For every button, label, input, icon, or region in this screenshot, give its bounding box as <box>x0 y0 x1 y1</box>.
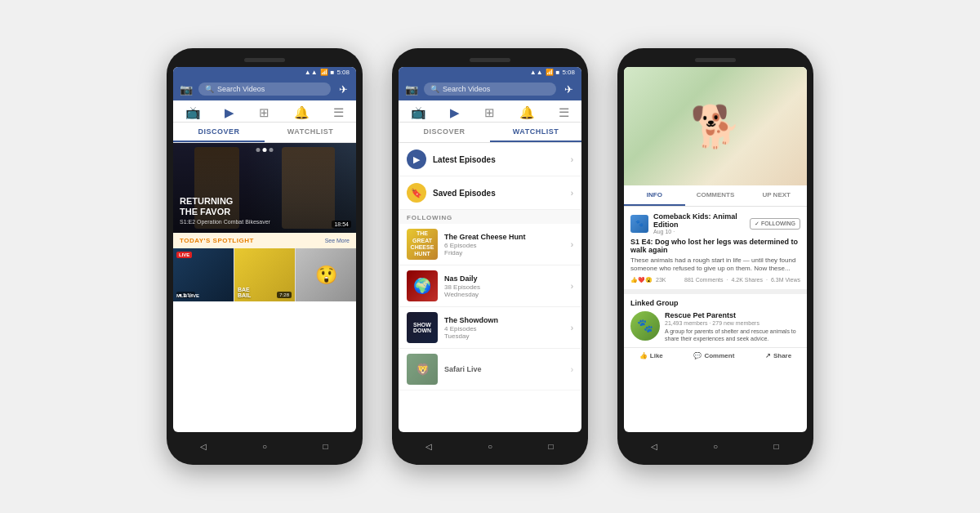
like-btn-3[interactable]: 👍 Like <box>639 352 663 359</box>
nav-grid-1[interactable]: ⊞ <box>259 105 270 120</box>
tab-info[interactable]: INFO <box>624 185 685 206</box>
show-row-safari[interactable]: 🦁 Safari Live › <box>399 349 581 390</box>
nav-grid-2[interactable]: ⊞ <box>484 105 495 120</box>
show-name-date: Comeback Kids: Animal Edition Aug 10 · <box>653 212 745 234</box>
cheese-chevron: › <box>571 240 573 249</box>
speaker-3 <box>695 58 736 62</box>
show-row-cheese[interactable]: THEGREATCHEESEHUNT The Great Cheese Hunt… <box>399 224 581 265</box>
messenger-icon-1[interactable]: ✈ <box>335 81 351 97</box>
bail-duration: 7:28 <box>277 292 292 298</box>
share-btn-3[interactable]: ↗ Share <box>765 352 791 359</box>
spotlight-cell-misc[interactable]: 😲 <box>296 248 356 301</box>
tab-comments[interactable]: COMMENTS <box>685 185 746 206</box>
screen-3: 🐕 INFO COMMENTS UP NEXT 🐾 Comeback Kids:… <box>624 67 807 432</box>
see-more-1[interactable]: See More <box>325 238 350 243</box>
fb-header-1: 📷 🔍 Search Videos ✈ <box>173 78 356 100</box>
saved-icon: 🔖 <box>407 183 426 203</box>
cheese-thumb-art: THEGREATCHEESEHUNT <box>407 229 438 260</box>
search-bar-1[interactable]: 🔍 Search Videos <box>198 83 331 96</box>
back-btn-2[interactable]: ◁ <box>421 439 436 453</box>
show-row-nas[interactable]: 🌍 Nas Daily 38 Episodes Wednesday › <box>399 265 581 307</box>
comment-btn-3[interactable]: 💬 Comment <box>693 352 734 359</box>
tab-up-next[interactable]: UP NEXT <box>746 185 807 206</box>
recents-btn-2[interactable]: □ <box>544 439 559 453</box>
latest-episodes-row[interactable]: ▶ Latest Episodes › <box>399 143 581 176</box>
reaction-icons-3: 👍❤️😮 <box>630 277 653 283</box>
tab-bar-2: DISCOVER WATCHLIST <box>399 123 581 143</box>
back-btn-1[interactable]: ◁ <box>196 439 211 453</box>
latest-episodes-left: ▶ Latest Episodes <box>407 149 496 169</box>
group-avatar-3: 🐾 <box>630 311 660 341</box>
time-1: 5:08 <box>336 69 350 76</box>
phone-1: ▲▲ 📶 ■ 5:08 📷 🔍 Search Videos ✈ 📺 ▶ ⊞ 🔔 <box>167 48 363 465</box>
tab-watchlist-1[interactable]: WATCHLIST <box>265 123 356 142</box>
nav-bell-2[interactable]: 🔔 <box>519 105 535 120</box>
dot-2 <box>263 148 267 152</box>
saved-episodes-row[interactable]: 🔖 Saved Episodes › <box>399 176 581 210</box>
share-icon-3: ↗ <box>765 352 771 359</box>
show-avatar-3: 🐾 <box>630 215 648 233</box>
status-bar-2: ▲▲ 📶 ■ 5:08 <box>399 67 581 78</box>
scene: ▲▲ 📶 ■ 5:08 📷 🔍 Search Videos ✈ 📺 ▶ ⊞ 🔔 <box>0 0 980 513</box>
home-btn-1[interactable]: ○ <box>257 439 272 453</box>
episode-title-3: S1 E4: Dog who lost her legs was determi… <box>630 238 800 254</box>
dot-sep2-3: · <box>766 277 768 283</box>
nav-menu-2[interactable]: ☰ <box>559 105 569 120</box>
spotlight-cell-bae[interactable]: BAEBAIL 7:28 <box>234 248 295 301</box>
nav-play-2[interactable]: ▶ <box>450 105 460 120</box>
home-btn-2[interactable]: ○ <box>483 439 497 453</box>
latest-chevron: › <box>571 155 573 164</box>
battery-icon-2: ■ <box>556 69 560 76</box>
spotlight-header-1: TODAY'S SPOTLIGHT See More <box>173 233 356 248</box>
like-icon-3: 👍 <box>639 352 648 359</box>
linked-label-3: Linked Group <box>630 299 800 307</box>
spotlight-cell-live[interactable]: LIVE ● 5.5k MLB LIVE <box>173 248 234 301</box>
cheese-info: The Great Cheese Hunt 6 Episodes Friday <box>444 233 564 256</box>
tab-discover-1[interactable]: DISCOVER <box>173 123 265 142</box>
tab-watchlist-2[interactable]: WATCHLIST <box>490 123 581 142</box>
home-btn-3[interactable]: ○ <box>708 439 723 453</box>
misc-content: 😲 <box>296 248 356 301</box>
messenger-icon-2[interactable]: ✈ <box>560 81 577 97</box>
show-row-showdown[interactable]: SHOWDOWN The Showdown 4 Episodes Tuesday… <box>399 307 581 349</box>
nas-meta: 38 Episodes Wednesday <box>444 283 564 298</box>
speaker-1 <box>244 58 285 62</box>
reaction-row-3: 👍❤️😮 23K 881 Comments · 4.2K Shares · 6.… <box>630 277 800 283</box>
wifi-icon-2: 📶 <box>546 69 554 76</box>
shares-count-3: 4.2K Shares <box>731 277 763 283</box>
showdown-meta: 4 Episodes Tuesday <box>444 325 564 340</box>
screen-1: ▲▲ 📶 ■ 5:08 📷 🔍 Search Videos ✈ 📺 ▶ ⊞ 🔔 <box>173 67 356 432</box>
comment-icon-3: 💬 <box>693 352 702 359</box>
views-count-3: 6.3M Views <box>771 277 800 283</box>
phone-bottom-3: ◁ ○ □ <box>624 432 807 455</box>
hero-duration-1: 18:54 <box>332 221 351 228</box>
nav-menu-1[interactable]: ☰ <box>333 105 344 120</box>
follow-button-3[interactable]: ✓ FOLLOWING <box>750 218 800 230</box>
camera-icon-2[interactable]: 📷 <box>403 81 420 97</box>
spotlight-grid-1: LIVE ● 5.5k MLB LIVE BAEBAIL 7:28 😲 <box>173 248 356 301</box>
camera-icon-1[interactable]: 📷 <box>178 81 194 97</box>
search-bar-2[interactable]: 🔍 Search Videos <box>424 83 556 96</box>
show-date-3: Aug 10 · <box>653 229 745 234</box>
recents-btn-1[interactable]: □ <box>318 439 333 453</box>
tab-discover-2[interactable]: DISCOVER <box>399 123 490 142</box>
nav-home-1[interactable]: 📺 <box>185 105 201 120</box>
nav-home-2[interactable]: 📺 <box>411 105 426 120</box>
nav-icons-2: 📺 ▶ ⊞ 🔔 ☰ <box>399 100 581 123</box>
wifi-icon-1: 📶 <box>320 69 328 76</box>
nas-thumb-art: 🌍 <box>407 270 438 301</box>
nav-bell-1[interactable]: 🔔 <box>294 105 310 120</box>
latest-label: Latest Episodes <box>433 155 496 164</box>
recents-btn-3[interactable]: □ <box>769 439 784 453</box>
fb-header-2: 📷 🔍 Search Videos ✈ <box>399 78 581 100</box>
search-placeholder-1: Search Videos <box>217 85 265 93</box>
hero-video-1: RETURNINGTHE FAVOR S1:E2 Operation Comba… <box>173 143 356 233</box>
battery-icon-1: ■ <box>331 69 335 76</box>
back-btn-3[interactable]: ◁ <box>647 439 662 453</box>
nav-play-1[interactable]: ▶ <box>225 105 234 120</box>
dog-image: 🐕 <box>624 67 807 185</box>
tab-bar-1: DISCOVER WATCHLIST <box>173 123 356 143</box>
signal-icon-2: ▲▲ <box>530 69 543 76</box>
showdown-info: The Showdown 4 Episodes Tuesday <box>444 316 564 340</box>
nas-info: Nas Daily 38 Episodes Wednesday <box>444 274 564 298</box>
